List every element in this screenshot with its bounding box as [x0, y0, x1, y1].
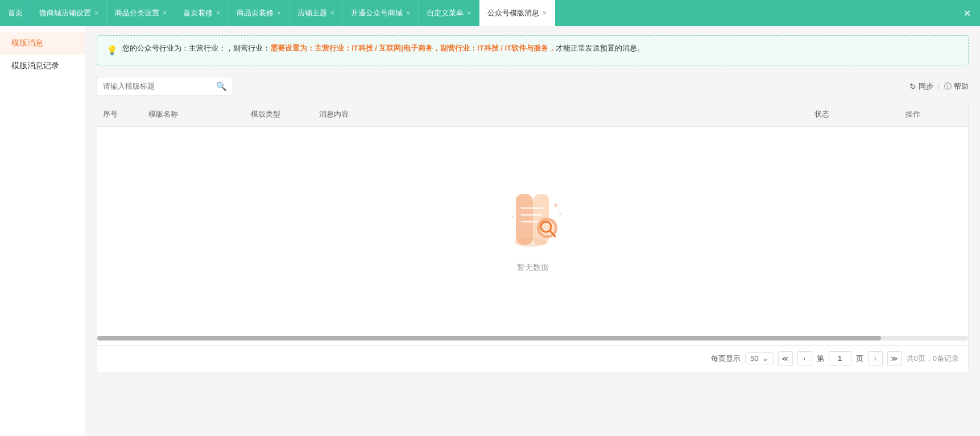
- close-tab-template-msg[interactable]: ×: [543, 9, 547, 17]
- empty-illustration: [499, 185, 567, 254]
- top-nav: 首页微商城店铺设置×商品分类设置×首页装修×商品页装修×店铺主题×开通公众号商城…: [0, 0, 980, 26]
- close-tab-custom-menu[interactable]: ×: [467, 9, 471, 17]
- svg-point-8: [554, 204, 557, 207]
- main-content: 💡 您的公众号行业为：主营行业：，副营行业：需要设置为：主营行业：IT科技 / …: [85, 26, 980, 436]
- search-input[interactable]: [103, 82, 216, 90]
- col-content: 消息内容: [313, 102, 809, 126]
- page-size-label: 每页显示: [711, 354, 741, 364]
- table-header: 序号 模版名称 模版类型 消息内容 状态 操作: [97, 102, 968, 127]
- current-page-input[interactable]: [829, 351, 851, 366]
- toolbar: 🔍 ↻ 同步 | ⓘ 帮助: [97, 77, 969, 96]
- search-icon[interactable]: 🔍: [216, 81, 227, 92]
- sidebar-item-template-msg[interactable]: 模版消息: [0, 32, 85, 55]
- next-page-button[interactable]: ›: [868, 351, 883, 366]
- page-unit: 页: [856, 354, 863, 364]
- close-tab-product-category[interactable]: ×: [163, 9, 167, 17]
- close-tab-store-theme[interactable]: ×: [330, 9, 334, 17]
- close-tab-micro-store[interactable]: ×: [94, 9, 98, 17]
- col-action: 操作: [900, 102, 968, 126]
- col-status: 状态: [809, 102, 900, 126]
- pagination: 每页显示 50 ⌄ ≪ ‹ 第 页 › ≫ 共0页，0条记录: [97, 345, 968, 372]
- nav-tab-template-msg[interactable]: 公众号模版消息×: [479, 0, 555, 26]
- svg-point-9: [559, 213, 561, 215]
- close-tab-open-mall[interactable]: ×: [406, 9, 410, 17]
- close-tab-home-decoration[interactable]: ×: [216, 9, 220, 17]
- nav-tab-product-category[interactable]: 商品分类设置×: [107, 0, 175, 26]
- sync-icon: ↻: [909, 82, 916, 91]
- sync-label: 同步: [919, 81, 933, 92]
- empty-text: 暂无数据: [517, 263, 549, 273]
- close-tab-product-decoration[interactable]: ×: [277, 9, 281, 17]
- table-body: 暂无数据: [97, 127, 968, 331]
- nav-tab-product-decoration[interactable]: 商品页装修×: [229, 0, 290, 26]
- last-page-button[interactable]: ≫: [887, 351, 902, 366]
- page-size-value: 50: [750, 354, 758, 363]
- col-type: 模版类型: [245, 102, 313, 126]
- first-page-button[interactable]: ≪: [778, 351, 793, 366]
- toolbar-right: ↻ 同步 | ⓘ 帮助: [909, 81, 969, 92]
- nav-tab-micro-store[interactable]: 微商城店铺设置×: [31, 0, 107, 26]
- nav-tab-home[interactable]: 首页: [0, 0, 31, 26]
- help-button[interactable]: ⓘ 帮助: [944, 81, 969, 92]
- notice-highlight: 需要设置为：主营行业：IT科技 / 互联网|电子商务，副营行业：IT科技 / I…: [270, 44, 556, 52]
- horizontal-scrollbar[interactable]: [97, 336, 968, 341]
- col-index: 序号: [97, 102, 143, 126]
- notice-suffix: 才能正常发送预置的消息。: [556, 44, 644, 52]
- notice-prefix: 您的公众号行业为：主营行业：，副营行业：: [122, 44, 270, 52]
- sidebar-item-template-msg-log[interactable]: 模版消息记录: [0, 55, 85, 77]
- divider: |: [938, 82, 940, 90]
- help-icon: ⓘ: [944, 81, 952, 92]
- help-label: 帮助: [954, 81, 969, 92]
- notice-text: 您的公众号行业为：主营行业：，副营行业：需要设置为：主营行业：IT科技 / 互联…: [122, 43, 644, 55]
- search-area: 🔍: [97, 77, 233, 96]
- sync-button[interactable]: ↻ 同步: [909, 81, 933, 92]
- nav-tab-store-theme[interactable]: 店铺主题×: [290, 0, 343, 26]
- page-label: 第: [817, 354, 824, 364]
- svg-point-10: [512, 215, 514, 218]
- table-wrapper: 序号 模版名称 模版类型 消息内容 状态 操作: [97, 102, 969, 372]
- nav-tab-open-mall[interactable]: 开通公众号商城×: [343, 0, 419, 26]
- prev-page-button[interactable]: ‹: [797, 351, 812, 366]
- col-name: 模版名称: [143, 102, 245, 126]
- close-all-button[interactable]: ✕: [954, 0, 980, 26]
- scrollbar-thumb[interactable]: [97, 336, 881, 341]
- nav-tab-home-decoration[interactable]: 首页装修×: [175, 0, 229, 26]
- nav-tab-custom-menu[interactable]: 自定义菜单×: [419, 0, 479, 26]
- total-info: 共0页，0条记录: [907, 354, 959, 364]
- bulb-icon: 💡: [106, 43, 118, 58]
- sidebar: 模版消息模版消息记录: [0, 26, 85, 436]
- chevron-down-icon: ⌄: [762, 354, 768, 363]
- notice-box: 💡 您的公众号行业为：主营行业：，副营行业：需要设置为：主营行业：IT科技 / …: [97, 35, 969, 65]
- page-size-select[interactable]: 50 ⌄: [745, 352, 773, 364]
- layout: 模版消息模版消息记录 💡 您的公众号行业为：主营行业：，副营行业：需要设置为：主…: [0, 26, 980, 436]
